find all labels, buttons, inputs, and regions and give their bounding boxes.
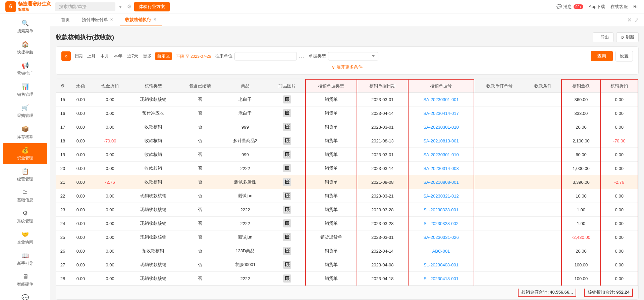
cell-product-img: 🖼 [269,134,306,148]
cell-verify-doc-date: 2023-03-01 [357,120,408,134]
verify-doc-link[interactable]: SL-20230418-001 [424,276,459,281]
th-gear[interactable]: ⚙ [56,79,69,93]
sidebar-item-wechat[interactable]: 💬 企业微信 [0,291,50,300]
cell-verify-amount: 100.00 [561,272,600,286]
export-btn[interactable]: ↑ 导出 [593,32,614,42]
sidebar-item-hardware[interactable]: 🖥 智能硬件 [0,270,50,291]
industry-solution-btn[interactable]: 体验行业方案 [134,2,170,11]
sidebar-item-quick-nav[interactable]: 🏠 快捷导航 [0,37,50,58]
cell-verify-doc-no[interactable]: SA-20210813-001 [408,134,474,148]
sidebar-item-operation[interactable]: 📋 经营管理 [0,164,50,185]
th-verify-doc-date: 核销单据日期 [357,79,408,93]
settings-icon[interactable]: ⚙ [127,3,131,10]
cell-verify-discount: 0.00 [600,258,638,272]
tab-receipts-close[interactable]: ✕ [153,17,156,22]
date-btn-custom[interactable]: 自定义 [155,52,172,60]
verify-doc-link[interactable]: SL-20230408-001 [424,262,459,267]
verify-doc-link[interactable]: SA-20210808-001 [423,180,459,185]
cell-product-img: 🖼 [269,189,306,203]
verify-doc-link[interactable]: SA-20210813-001 [423,138,459,143]
table-row: 23 0.00 0.00 现销收款核销 否 2222 🖼 销货单 2023-03… [56,203,638,217]
date-btn-this-year[interactable]: 本年 [112,52,124,60]
cell-verify-doc-no[interactable]: SL-20230408-001 [408,258,474,272]
maximize-window-icon[interactable]: ⤢ [634,17,639,23]
cell-verify-doc-no[interactable]: SA-20210808-001 [408,175,474,189]
cell-cash-discount: 0.00 [92,217,128,230]
date-btn-last-7-days[interactable]: 近7天 [126,52,140,60]
tab-prepay-close[interactable]: ✕ [110,17,113,22]
cell-verify-doc-type: 销货单 [306,272,357,286]
cell-product-img: 🖼 [269,230,306,244]
cell-verify-doc-no[interactable]: SA-20230301-010 [408,148,474,162]
verify-doc-link[interactable]: SA-20230414-017 [423,111,459,116]
cell-verify-doc-no[interactable]: SA-20230331-026 [408,230,474,244]
sidebar-item-guide[interactable]: 📖 新手引导 [0,249,50,270]
cell-verify-type: 现销收款核销 [128,203,178,217]
sales-icon: 📊 [21,83,29,90]
table-row: 19 0.00 0.00 收款核销 否 999 🖼 销货单 2023-03-01… [56,148,638,162]
cell-verify-doc-no[interactable]: ABC-001 [408,244,474,258]
sidebar-item-finance[interactable]: 💰 资金管理 [3,143,47,164]
cell-cash-discount: 0.00 [92,272,128,286]
cell-verify-doc-no[interactable]: SA-20230314-008 [408,162,474,175]
close-window-icon[interactable]: ✕ [627,17,632,23]
tab-home[interactable]: 首页 [56,14,75,26]
filter-settings-btn[interactable]: 设置 [615,51,633,61]
footer-verify-amount-label: 核销金额合计: 40,556,66... [518,289,576,297]
cell-verify-doc-no[interactable]: SL-20230328-001 [408,203,474,217]
sidebar-item-marketing[interactable]: 📢 营销推广 [0,58,50,80]
sidebar-item-search[interactable]: 🔍 搜索菜单 [0,16,50,37]
cell-verify-doc-no[interactable]: SA-20230321-012 [408,189,474,203]
cell-balance: 0.00 [69,175,92,189]
tab-prepay[interactable]: 预付冲应付单 ✕ [76,14,118,26]
verify-doc-link[interactable]: SA-20230301-001 [423,97,459,102]
verify-doc-link[interactable]: SA-20230301-010 [423,152,459,157]
tab-receipts[interactable]: 收款核销执行 ✕ [120,14,162,26]
verify-doc-link[interactable]: ABC-001 [432,249,450,254]
cell-cash-discount: 0.00 [92,230,128,244]
cell-receipt-order-no [474,134,525,148]
date-filter-label: 日期 [75,53,84,59]
verify-doc-link[interactable]: SA-20230331-026 [423,235,459,240]
sidebar-item-enterprise[interactable]: 🤝 企业协同 [0,227,50,249]
cell-id: 18 [56,134,69,148]
cell-product-img: 🖼 [269,175,306,189]
verify-doc-link[interactable]: SL-20230328-002 [424,221,459,226]
verify-doc-link[interactable]: SA-20230321-012 [423,194,459,199]
message-btn[interactable]: 💬 消息 99+ [556,4,583,10]
sidebar-item-inventory[interactable]: 📦 库存核算 [0,122,50,143]
cell-verify-doc-no[interactable]: SA-20230301-010 [408,120,474,134]
cell-verify-doc-no[interactable]: SL-20230328-002 [408,217,474,230]
date-btn-last-month[interactable]: 上月 [86,52,97,60]
filter-toggle-btn[interactable]: » [61,51,71,61]
refresh-btn[interactable]: ↺ 刷新 [616,32,639,42]
cell-verify-doc-no[interactable]: SL-20230418-001 [408,272,474,286]
cell-receipt-order-no [474,106,525,120]
tab-home-label: 首页 [61,17,70,23]
cell-verify-amount: 360.00 [561,93,600,106]
doc-type-select[interactable] [328,52,378,60]
cell-verify-doc-no[interactable]: SA-20230414-017 [408,106,474,120]
sidebar-item-basic[interactable]: 🗂 基础信息 [0,185,50,206]
date-btn-more[interactable]: 更多 [142,52,153,60]
cell-verify-doc-no[interactable]: SA-20230301-001 [408,93,474,106]
expand-more-btn[interactable]: ∨ 展开更多条件 [61,64,633,70]
verify-doc-link[interactable]: SL-20230328-001 [424,207,459,212]
partner-input[interactable] [234,52,297,60]
cell-include-settled: 否 [178,203,222,217]
sidebar-item-system[interactable]: ⚙ 系统管理 [0,206,50,227]
verify-doc-link[interactable]: SA-20230301-010 [423,125,459,130]
app-download-btn[interactable]: App下载 [589,4,605,10]
cell-receipt-order-no [474,244,525,258]
cell-verify-doc-date: 2023-03-01 [357,148,408,162]
verify-doc-link[interactable]: SA-20230314-008 [423,166,459,171]
cell-product-img: 🖼 [269,217,306,230]
online-support-btn[interactable]: 在线客服 [610,4,628,10]
sidebar-item-purchase[interactable]: 🛒 采购管理 [0,101,50,122]
top-search[interactable]: 搜索功能/单据 [55,2,115,11]
query-btn[interactable]: 查询 [591,51,613,61]
sidebar-item-sales[interactable]: 📊 销售管理 [0,80,50,101]
date-btn-this-month[interactable]: 本月 [99,52,110,60]
app-version: 标准版 [18,7,51,12]
expand-icon[interactable]: ▼ [118,4,123,9]
